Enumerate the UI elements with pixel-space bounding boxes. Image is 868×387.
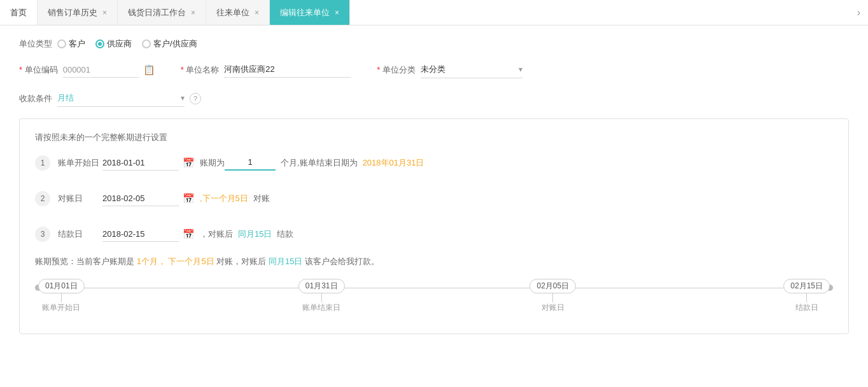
unit-code-input[interactable] [63, 62, 139, 78]
unit-class-label: 单位分类 [377, 64, 416, 76]
start-date-input[interactable] [102, 155, 179, 171]
unit-code-label: 单位编码 [19, 64, 58, 76]
setting-box: 请按照未来的一个完整帐期进行设置 1 账单开始日 📅 账期为 个月,账单结束日期… [19, 118, 849, 334]
radio-supplier-circle [95, 39, 104, 48]
timeline-node-2: 01月31日 账单结束日 [298, 279, 345, 313]
preview-part2: 下一个月5日 [168, 257, 214, 266]
tl-label-1: 账单开始日 [42, 302, 80, 313]
setting-row-3: 3 结款日 📅 ，对账后 同月15日 结款 [35, 227, 833, 244]
payment-row: 收款条件 月结 ▾ ? [19, 90, 849, 107]
preview-section: 账期预览：当前客户账期是 1个月， 下一个月5日 对账，对账后 同月15日 该客… [35, 250, 833, 321]
setting-row-1: 1 账单开始日 📅 账期为 个月,账单结束日期为 2018年01月31日 [35, 155, 833, 173]
setting-row-2: 2 对账日 📅 ,下一个月5日 对账 [35, 191, 833, 209]
reconcile-date-input[interactable] [102, 191, 179, 206]
tab-partner[interactable]: 往来单位 × [206, 0, 270, 25]
tab-edit-label: 编辑往来单位 [280, 7, 330, 18]
unit-name-input[interactable] [224, 62, 351, 78]
preview-part3: 对账，对账后 [216, 257, 266, 266]
timeline-node-4: 02月15日 结款日 [783, 279, 830, 313]
tab-cash-close[interactable]: × [191, 8, 195, 17]
unit-name-group: 单位名称 [181, 62, 352, 78]
radio-customer-label: 客户 [69, 38, 85, 50]
unit-info-row: 单位编码 📋 单位名称 单位分类 未分类 ▾ [19, 61, 849, 78]
tab-expand-button[interactable]: › [850, 0, 868, 25]
reconcile-highlight: ,下一个月5日 [200, 193, 248, 204]
radio-supplier-label: 供应商 [107, 38, 132, 50]
radio-supplier[interactable]: 供应商 [95, 38, 132, 50]
unit-class-group: 单位分类 未分类 ▾ [377, 61, 522, 78]
payment-arrow-icon: ▾ [181, 94, 185, 102]
payment-label: 收款条件 [19, 93, 52, 104]
row-num-3: 3 [35, 227, 50, 242]
main-content: 单位类型 客户 供应商 客户/供应商 单位编码 📋 单位名称 [0, 25, 868, 387]
end-date-highlight: 2018年01月31日 [363, 157, 424, 169]
tl-label-4: 结款日 [795, 302, 818, 313]
timeline-wrapper: 01月01日 账单开始日 01月31日 账单结束日 [35, 283, 833, 321]
payment-select[interactable]: 月结 ▾ [57, 90, 185, 107]
timeline-node-3: 02月05日 对账日 [529, 279, 576, 313]
setting-box-title: 请按照未来的一个完整帐期进行设置 [35, 132, 833, 143]
payment-desc-prefix: ，对账后 [200, 229, 233, 240]
row-num-2: 2 [35, 191, 50, 206]
payment-help-icon[interactable]: ? [190, 93, 201, 104]
radio-both-label: 客户/供应商 [153, 38, 197, 50]
tab-home[interactable]: 首页 [0, 0, 38, 25]
payment-value: 月结 [57, 90, 178, 106]
preview-part5: 该客户会给我打款。 [305, 257, 379, 266]
unit-type-label: 单位类型 [19, 38, 52, 50]
payment-highlight: 同月15日 [238, 229, 272, 240]
tab-partner-label: 往来单位 [216, 7, 249, 18]
tab-sales-label: 销售订单历史 [48, 7, 97, 18]
tab-partner-close[interactable]: × [255, 8, 259, 17]
row-label-1: 账单开始日 [58, 157, 90, 169]
unit-type-radio-group: 客户 供应商 客户/供应商 [57, 38, 197, 50]
period-label: 账期为 [200, 157, 225, 169]
tab-home-label: 首页 [10, 7, 27, 18]
tl-date-4: 02月15日 [790, 281, 823, 290]
tl-date-2: 01月31日 [305, 281, 338, 290]
unit-name-label: 单位名称 [181, 64, 220, 76]
row-label-3: 结款日 [58, 229, 90, 240]
preview-text: 账期预览：当前客户账期是 1个月， 下一个月5日 对账，对账后 同月15日 该客… [35, 256, 833, 267]
unit-class-arrow-icon: ▾ [519, 65, 522, 74]
row-label-2: 对账日 [58, 193, 90, 204]
preview-part4: 同月15日 [269, 257, 302, 266]
tab-sales-close[interactable]: × [102, 8, 107, 17]
tab-sales-history[interactable]: 销售订单历史 × [38, 0, 118, 25]
preview-label: 账期预览：当前客户账期是 [35, 257, 134, 266]
reconcile-calendar-icon[interactable]: 📅 [183, 193, 195, 204]
payment-calendar-icon[interactable]: 📅 [183, 229, 195, 240]
unit-type-row: 单位类型 客户 供应商 客户/供应商 [19, 38, 849, 50]
tab-edit-partner[interactable]: 编辑往来单位 × [270, 0, 350, 25]
tl-date-1: 01月01日 [45, 281, 78, 290]
start-date-calendar-icon[interactable]: 📅 [183, 157, 195, 169]
unit-code-group: 单位编码 📋 [19, 62, 155, 78]
copy-icon[interactable]: 📋 [143, 64, 155, 76]
timeline-node-1: 01月01日 账单开始日 [38, 279, 85, 313]
tl-label-3: 对账日 [542, 302, 564, 313]
tab-edit-close[interactable]: × [335, 8, 339, 17]
radio-customer-circle [57, 39, 66, 48]
reconcile-suffix: 对账 [253, 193, 270, 204]
tl-date-3: 02月05日 [536, 281, 569, 290]
tab-bar: 首页 销售订单历史 × 钱货日清工作台 × 往来单位 × 编辑往来单位 × › [0, 0, 868, 25]
period-input[interactable] [225, 155, 276, 171]
radio-both[interactable]: 客户/供应商 [142, 38, 197, 50]
radio-customer[interactable]: 客户 [57, 38, 85, 50]
unit-class-select[interactable]: 未分类 ▾ [421, 61, 522, 78]
payment-date-input[interactable] [102, 227, 179, 242]
tab-cash-label: 钱货日清工作台 [128, 7, 186, 18]
tab-cash-work[interactable]: 钱货日清工作台 × [118, 0, 206, 25]
radio-both-circle [142, 39, 151, 48]
row-num-1: 1 [35, 155, 50, 171]
preview-part1: 1个月， [137, 257, 166, 266]
unit-class-value: 未分类 [421, 61, 516, 78]
period-suffix: 个月,账单结束日期为 [281, 157, 358, 169]
payment-desc-suffix: 结款 [277, 229, 293, 240]
tl-label-2: 账单结束日 [302, 302, 340, 313]
